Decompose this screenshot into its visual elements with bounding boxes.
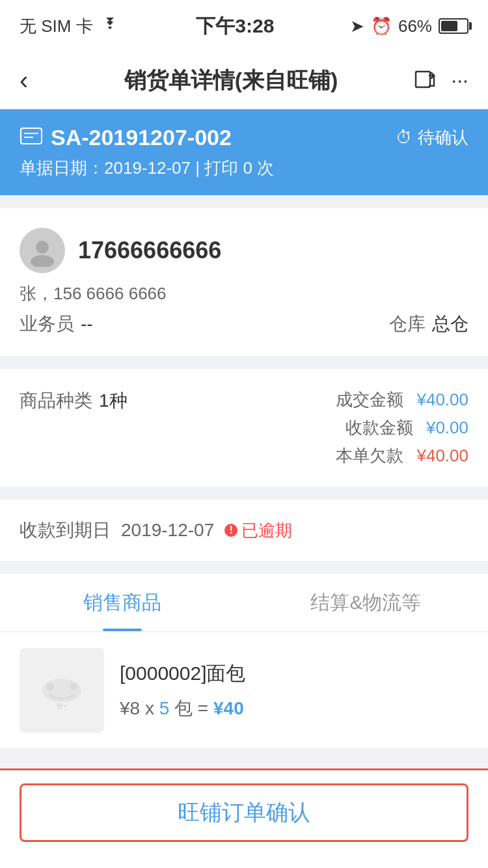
more-icon[interactable]: ··· <box>451 68 468 92</box>
product-multiply: x <box>145 698 159 718</box>
product-unit: 包 <box>174 698 193 718</box>
salesperson-label: 业务员 <box>20 312 74 336</box>
tabs-bar: 销售商品 结算&物流等 <box>0 574 488 631</box>
warehouse-value: 总仓 <box>432 312 468 336</box>
tab-settlement[interactable]: 结算&物流等 <box>244 574 488 631</box>
battery-icon <box>439 18 468 34</box>
svg-text:管+: 管+ <box>57 703 67 710</box>
status-label: 待确认 <box>418 126 468 149</box>
svg-point-5 <box>46 683 54 690</box>
page-title: 销货单详情(来自旺铺) <box>59 66 403 96</box>
product-thumbnail: 管+ <box>20 648 104 733</box>
location-icon: ➤ <box>350 16 364 36</box>
product-info: [0000002]面包 ¥8 x 5 包 = ¥40 <box>120 660 468 721</box>
due-date-label: 收款到期日 <box>20 518 111 543</box>
svg-point-2 <box>36 241 49 254</box>
product-type-value: 1种 <box>99 388 128 413</box>
product-total: ¥40 <box>213 698 244 718</box>
due-date-card: 收款到期日 2019-12-07 ! 已逾期 <box>0 500 488 561</box>
salesperson-field: 业务员 -- <box>20 312 93 336</box>
product-equals: = <box>198 698 213 718</box>
confirm-button[interactable]: 旺铺订单确认 <box>20 783 468 842</box>
product-price: ¥8 x 5 包 = ¥40 <box>120 696 468 721</box>
owed-amount-label: 本单欠款 <box>336 444 403 467</box>
due-date-value: 2019-12-07 <box>121 520 214 541</box>
status-time: 下午3:28 <box>120 13 350 40</box>
tab-products[interactable]: 销售商品 <box>0 574 244 631</box>
warehouse-field: 仓库 总仓 <box>389 312 468 336</box>
svg-point-3 <box>31 255 54 267</box>
warehouse-label: 仓库 <box>389 312 426 336</box>
product-list-item: 管+ [0000002]面包 ¥8 x 5 包 = ¥40 <box>0 632 488 748</box>
order-icon <box>20 125 43 150</box>
transaction-amount-value: ¥40.00 <box>416 390 468 410</box>
salesperson-value: -- <box>81 314 93 334</box>
product-type: 商品种类 1种 <box>20 388 128 413</box>
carrier-text: 无 SIM 卡 <box>20 15 93 38</box>
received-amount-label: 收款金额 <box>346 416 413 439</box>
svg-rect-0 <box>416 72 430 87</box>
customer-phone: 17666666666 <box>78 237 221 264</box>
owed-amount-row: 本单欠款 ¥40.00 <box>336 444 468 467</box>
confirm-button-wrap: 旺铺订单确认 <box>0 768 488 868</box>
alarm-icon: ⏰ <box>371 16 392 36</box>
product-name: [0000002]面包 <box>120 660 468 687</box>
overdue-label: 已逾期 <box>241 519 292 542</box>
owed-amount-value: ¥40.00 <box>416 446 468 466</box>
customer-fields: 业务员 -- 仓库 总仓 <box>20 312 468 336</box>
order-date: 单据日期：2019-12-07 | 打印 0 次 <box>20 157 468 180</box>
transaction-amount-row: 成交金额 ¥40.00 <box>336 388 468 411</box>
overdue-dot-icon: ! <box>224 524 237 537</box>
overdue-badge: ! 已逾期 <box>224 519 292 542</box>
amounts: 成交金额 ¥40.00 收款金额 ¥0.00 本单欠款 ¥40.00 <box>336 388 468 467</box>
received-amount-value: ¥0.00 <box>426 418 468 438</box>
status-bar: 无 SIM 卡 下午3:28 ➤ ⏰ 66% <box>0 0 488 52</box>
status-left: 无 SIM 卡 <box>20 15 120 38</box>
share-icon[interactable] <box>414 66 438 95</box>
product-unit-price: ¥8 <box>120 698 140 718</box>
received-amount-row: 收款金额 ¥0.00 <box>346 416 468 439</box>
avatar <box>20 228 65 273</box>
nav-actions: ··· <box>403 66 468 95</box>
status-right: ➤ ⏰ 66% <box>350 16 468 36</box>
wifi-icon <box>100 16 120 36</box>
battery-text: 66% <box>398 16 432 36</box>
clock-icon: ⏱ <box>396 128 413 148</box>
svg-point-6 <box>70 683 77 690</box>
product-quantity: 5 <box>159 698 170 718</box>
product-type-label: 商品种类 <box>20 388 92 413</box>
svg-rect-1 <box>21 128 42 144</box>
customer-card: 17666666666 张，156 6666 6666 业务员 -- 仓库 总仓 <box>0 208 488 356</box>
transaction-amount-label: 成交金额 <box>336 388 403 411</box>
nav-bar: ‹ 销货单详情(来自旺铺) ··· <box>0 52 488 109</box>
order-id: SA-20191207-002 <box>20 125 232 150</box>
order-header: SA-20191207-002 ⏱ 待确认 单据日期：2019-12-07 | … <box>0 109 488 195</box>
summary-card: 商品种类 1种 成交金额 ¥40.00 收款金额 ¥0.00 本单欠款 ¥40.… <box>0 369 488 487</box>
back-button[interactable]: ‹ <box>20 66 59 95</box>
order-status: ⏱ 待确认 <box>396 126 468 149</box>
customer-name: 张，156 6666 6666 <box>20 282 468 305</box>
